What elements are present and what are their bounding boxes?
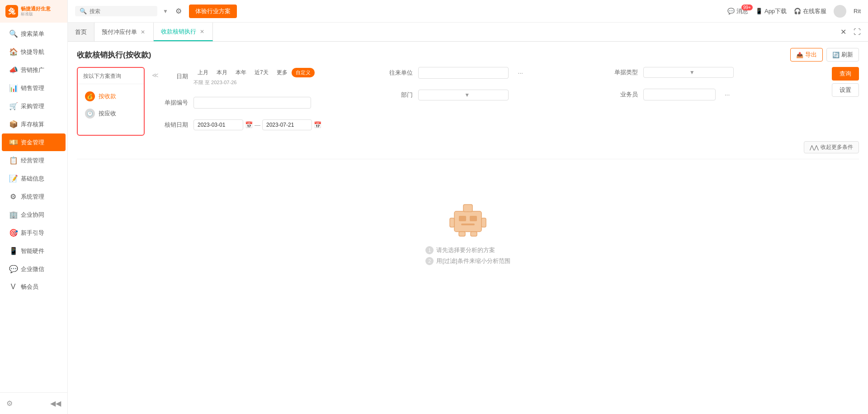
query-button[interactable]: 查询 [832, 67, 859, 81]
search-icon: 🔍 [80, 8, 87, 14]
sidebar-item-basic-info[interactable]: 📝 基础信息 [2, 170, 66, 187]
sidebar-item-wechat[interactable]: 💬 企业微信 [2, 260, 66, 278]
search-chevron-icon[interactable]: ▼ [163, 8, 168, 14]
doc-number-label: 单据编号 [161, 99, 188, 107]
partner-label: 往来单位 [386, 69, 413, 77]
date-tab-more[interactable]: 更多 [273, 67, 292, 78]
hint-num-1: 1 [425, 246, 434, 254]
doc-type-label: 单据类型 [611, 68, 638, 76]
hardware-label: 智能硬件 [21, 247, 44, 255]
sidebar-item-search-menu[interactable]: 🔍 搜索菜单 [2, 25, 66, 43]
svg-rect-4 [463, 205, 472, 212]
date-no-limit: 不限 至 2023-07-26 [193, 79, 378, 86]
empty-hint-1: 1 请先选择要分析的方案 [425, 246, 510, 254]
by-receivable-icon: 🕐 [85, 109, 95, 119]
tab-collection[interactable]: 收款核销执行✕ [154, 23, 213, 41]
hint-num-2: 2 [425, 257, 434, 265]
sidebar-item-system[interactable]: ⚙ 系统管理 [2, 188, 66, 205]
finance-label: 资金管理 [21, 138, 44, 147]
topbar: 🔍 ▼ ⚙ 体验行业方案 💬 消息 99+ 📱 App下载 🎧 在线客服 Rit [68, 0, 868, 23]
sidebar-item-purchase[interactable]: 🛒 采购管理 [2, 97, 66, 115]
by-receipt-icon: 💰 [85, 91, 95, 101]
date-filter-tabs: 上月 本月 本年 近7天 更多 自定义 [193, 67, 378, 78]
writeoff-end-date[interactable] [262, 119, 312, 130]
app-download-btn[interactable]: 📱 App下载 [755, 7, 787, 15]
collapse-filter-btn[interactable]: ≪ [152, 67, 161, 136]
sidebar-item-member[interactable]: V 畅会员 [2, 278, 66, 295]
date-tab-custom[interactable]: 自定义 [292, 68, 315, 77]
filter-option-by-receipt[interactable]: 💰 按收款 [78, 88, 144, 105]
system-icon: ⚙ [9, 192, 17, 201]
doc-number-input[interactable] [193, 97, 311, 109]
refresh-button[interactable]: 🔄 刷新 [826, 48, 859, 62]
sidebar-item-sales[interactable]: 📊 销售管理 [2, 79, 66, 97]
sidebar-item-guide[interactable]: 🎯 新手引导 [2, 224, 66, 242]
empty-illustration [445, 195, 491, 241]
page-content: 收款核销执行(按收款) 📤 导出 🔄 刷新 按以下方案查询 [68, 42, 868, 414]
sidebar-item-hardware[interactable]: 📱 智能硬件 [2, 242, 66, 260]
topbar-gear-icon[interactable]: ⚙ [174, 5, 184, 17]
page-header-actions: 📤 导出 🔄 刷新 [790, 48, 859, 62]
department-select[interactable]: ▼ [418, 90, 509, 100]
solution-button[interactable]: 体验行业方案 [189, 5, 237, 18]
date-tab-this-month[interactable]: 本月 [212, 67, 231, 78]
doc-type-select[interactable]: ▼ [643, 67, 734, 78]
search-input[interactable] [90, 8, 153, 14]
sidebar-item-operation[interactable]: 📋 经营管理 [2, 152, 66, 169]
guide-label: 新手引导 [21, 229, 44, 237]
salesperson-label: 业务员 [611, 90, 638, 99]
message-icon: 💬 [727, 8, 735, 14]
export-button[interactable]: 📤 导出 [790, 48, 823, 62]
date-row: 日期 上月 本月 本年 近7天 更多 自定义 [161, 67, 378, 86]
more-conditions-btn[interactable]: ⋀⋀ 收起更多条件 [804, 141, 859, 153]
message-btn[interactable]: 💬 消息 99+ [727, 7, 748, 15]
sales-label: 销售管理 [21, 84, 44, 92]
filter-option-by-receivable[interactable]: 🕐 按应收 [78, 105, 144, 122]
more-conditions-area: ⋀⋀ 收起更多条件 [68, 141, 868, 159]
svg-rect-6 [450, 218, 454, 227]
close-tab-collection[interactable]: ✕ [199, 29, 205, 35]
filter-sidebar-title: 按以下方案查询 [78, 72, 144, 84]
topbar-right: 💬 消息 99+ 📱 App下载 🎧 在线客服 Rit [727, 5, 861, 18]
setting-button[interactable]: 设置 [832, 83, 859, 97]
wechat-icon: 💬 [9, 265, 17, 273]
collapse-sidebar-btn[interactable]: ◀◀ [46, 396, 66, 410]
service-icon: 🎧 [794, 8, 801, 14]
start-date-icon[interactable]: 📅 [245, 121, 253, 128]
basic-info-label: 基础信息 [21, 175, 44, 183]
tab-prepay[interactable]: 预付冲应付单✕ [94, 23, 154, 41]
sidebar-navigation: 🔍 搜索菜单 🏠 快捷导航 📣 营销推广 📊 销售管理 🛒 采购管理 📦 库存核… [0, 23, 67, 392]
page-title: 收款核销执行(按收款) [77, 50, 151, 60]
fullscreen-icon[interactable]: ⛶ [852, 26, 863, 38]
system-label: 系统管理 [21, 193, 44, 201]
collapse-icon: ⋀⋀ [810, 144, 819, 151]
doc-number-row: 单据编号 [161, 97, 378, 109]
partner-ellipsis-btn[interactable]: ··· [514, 67, 527, 78]
topbar-search-box[interactable]: 🔍 [75, 6, 157, 16]
sidebar-item-quick-nav[interactable]: 🏠 快捷导航 [2, 43, 66, 61]
hardware-icon: 📱 [9, 247, 17, 255]
tab-home[interactable]: 首页 [68, 23, 94, 41]
service-btn[interactable]: 🎧 在线客服 [794, 7, 826, 15]
settings-footer-btn[interactable]: ⚙ [2, 396, 17, 410]
end-date-icon[interactable]: 📅 [314, 121, 321, 128]
sidebar-item-finance[interactable]: 💴 资金管理 [2, 133, 66, 151]
tab-label-home: 首页 [75, 28, 87, 36]
quick-nav-icon: 🏠 [9, 48, 17, 56]
close-tab-prepay[interactable]: ✕ [140, 29, 146, 35]
basic-info-icon: 📝 [9, 174, 17, 183]
salesperson-input[interactable] [643, 89, 716, 100]
sidebar-item-marketing[interactable]: 📣 营销推广 [2, 61, 66, 79]
guide-icon: 🎯 [9, 228, 17, 237]
date-tab-this-year[interactable]: 本年 [231, 67, 250, 78]
sidebar-item-enterprise[interactable]: 🏢 企业协同 [2, 206, 66, 224]
date-tab-7days[interactable]: 近7天 [250, 67, 273, 78]
writeoff-start-date[interactable] [193, 119, 243, 130]
member-icon: V [9, 283, 17, 291]
doc-type-row: 单据类型 ▼ [611, 67, 828, 78]
sidebar-item-inventory[interactable]: 📦 库存核算 [2, 115, 66, 133]
close-tab-icon[interactable]: ✕ [839, 26, 848, 38]
salesperson-ellipsis-btn[interactable]: ··· [721, 89, 734, 100]
date-tab-last-month[interactable]: 上月 [193, 67, 212, 78]
partner-input[interactable] [418, 67, 509, 79]
